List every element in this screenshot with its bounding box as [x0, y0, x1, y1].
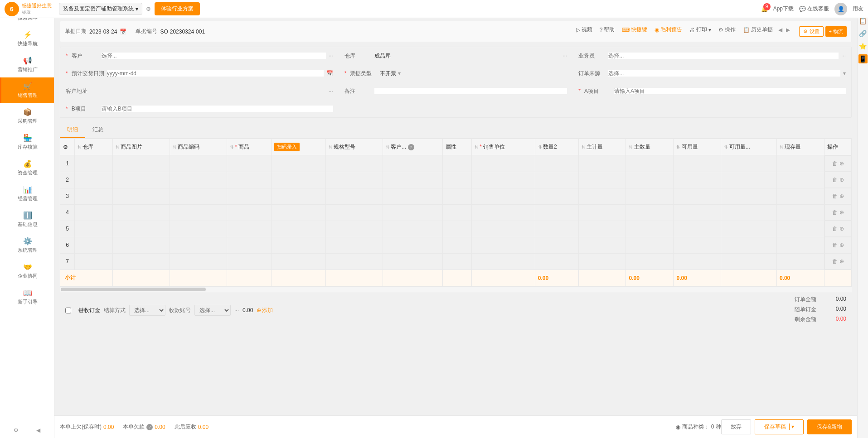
row-attribute[interactable] — [442, 221, 471, 237]
calendar-icon[interactable]: 📅 — [326, 70, 333, 77]
row-unit[interactable] — [471, 188, 535, 204]
sidebar-item-finance[interactable]: 💰 资金管理 — [0, 155, 54, 181]
tab-detail[interactable]: 明细 — [60, 122, 85, 138]
row-customer-code[interactable] — [383, 155, 442, 172]
history-btn[interactable]: 📋 历史单据 — [741, 25, 775, 34]
copy-icon[interactable]: ⊕ — [839, 258, 844, 265]
row-attribute[interactable] — [442, 253, 471, 270]
row-qty2[interactable] — [535, 237, 578, 253]
row-customer-code[interactable] — [383, 221, 442, 237]
row-unit[interactable] — [471, 155, 535, 172]
row-unit[interactable] — [471, 204, 535, 221]
a-project-input[interactable] — [614, 88, 846, 94]
row-product[interactable] — [227, 204, 271, 221]
sort-icon[interactable]: ⇅ — [230, 144, 233, 149]
row-main-unit[interactable] — [578, 188, 626, 204]
horizontal-scrollbar[interactable] — [60, 286, 852, 292]
invoice-select[interactable]: 不开票 ▾ — [380, 70, 567, 77]
right-btn-4[interactable]: ⭐ — [858, 42, 868, 51]
staff-dots[interactable]: ··· — [841, 53, 846, 59]
sidebar-item-purchase[interactable]: 📦 采购管理 — [0, 103, 54, 129]
sort-icon[interactable]: ⇅ — [538, 144, 542, 149]
scrollbar-thumb[interactable] — [61, 288, 206, 291]
one-click-checkbox-label[interactable]: 一键收订金 — [65, 307, 100, 314]
row-main-qty[interactable] — [626, 221, 674, 237]
remark-input[interactable] — [374, 88, 567, 94]
row-spec[interactable] — [325, 237, 383, 253]
row-customer-code[interactable] — [383, 237, 442, 253]
sort-icon[interactable]: ⇅ — [676, 144, 680, 149]
row-main-unit[interactable] — [578, 172, 626, 188]
row-code[interactable] — [170, 221, 227, 237]
payment-dots[interactable]: ··· — [234, 307, 239, 313]
row-warehouse[interactable] — [75, 221, 113, 237]
row-qty2[interactable] — [535, 188, 578, 204]
sidebar-item-guide[interactable]: 📖 新手引导 — [0, 284, 54, 310]
tab-summary[interactable]: 汇总 — [85, 122, 111, 138]
row-product[interactable] — [227, 237, 271, 253]
delete-icon[interactable]: 🗑 — [832, 242, 838, 248]
shortcut-btn[interactable]: ⌨ 快捷键 — [620, 25, 649, 34]
row-main-unit[interactable] — [578, 204, 626, 221]
delete-icon[interactable]: 🗑 — [832, 160, 838, 167]
info-icon[interactable]: ? — [146, 424, 153, 430]
row-unit[interactable] — [471, 172, 535, 188]
delivery-input[interactable] — [107, 70, 324, 77]
sidebar-item-inventory[interactable]: 🏪 库存核算 — [0, 129, 54, 155]
b-project-input[interactable] — [102, 106, 333, 112]
row-qty2[interactable] — [535, 221, 578, 237]
row-unit[interactable] — [471, 221, 535, 237]
row-main-unit[interactable] — [578, 155, 626, 172]
row-code[interactable] — [170, 253, 227, 270]
row-product[interactable] — [227, 188, 271, 204]
row-main-unit[interactable] — [578, 221, 626, 237]
nav-next-icon[interactable]: ▶ — [786, 27, 790, 33]
row-unit[interactable] — [471, 237, 535, 253]
copy-icon[interactable]: ⊕ — [839, 209, 844, 216]
sidebar-item-system[interactable]: ⚙️ 系统管理 — [0, 232, 54, 258]
row-warehouse[interactable] — [75, 172, 113, 188]
gear-icon[interactable]: ⚙ — [146, 6, 151, 12]
profit-btn[interactable]: ◉ 毛利预告 — [653, 25, 684, 34]
row-qty2[interactable] — [535, 172, 578, 188]
copy-icon[interactable]: ⊕ — [839, 193, 844, 199]
row-qty2[interactable] — [535, 204, 578, 221]
row-warehouse[interactable] — [75, 155, 113, 172]
sort-icon[interactable]: ⇅ — [78, 144, 81, 149]
row-main-qty[interactable] — [626, 204, 674, 221]
row-spec[interactable] — [325, 172, 383, 188]
row-warehouse[interactable] — [75, 204, 113, 221]
th-settings[interactable]: ⚙ — [60, 139, 75, 155]
settings-btn[interactable]: ⚙ 设置 — [799, 26, 823, 37]
add-payment-btn[interactable]: ⊕ 添加 — [257, 307, 273, 314]
abandon-btn[interactable]: 放弃 — [721, 419, 751, 434]
row-product[interactable] — [227, 155, 271, 172]
copy-icon[interactable]: ⊕ — [839, 177, 844, 183]
row-spec[interactable] — [325, 253, 383, 270]
row-code[interactable] — [170, 172, 227, 188]
sort-icon[interactable]: ⇅ — [629, 144, 632, 149]
row-code[interactable] — [170, 188, 227, 204]
sort-icon[interactable]: ⇅ — [386, 144, 389, 149]
add-material-btn[interactable]: + 物流 — [825, 26, 847, 37]
delete-icon[interactable]: 🗑 — [832, 258, 838, 265]
copy-icon[interactable]: ⊕ — [839, 242, 844, 248]
sidebar-item-marketing[interactable]: 📢 营销推广 — [0, 52, 54, 77]
customer-dots[interactable]: ··· — [329, 53, 333, 59]
row-attribute[interactable] — [442, 204, 471, 221]
sort-icon[interactable]: ⇅ — [724, 144, 727, 149]
sort-icon[interactable]: ⇅ — [173, 144, 176, 149]
row-customer-code[interactable] — [383, 204, 442, 221]
print-btn[interactable]: 🖨 打印 ▾ — [688, 25, 713, 34]
right-btn-3[interactable]: 🔗 — [858, 29, 868, 38]
sort-icon[interactable]: ⇅ — [116, 144, 119, 149]
row-customer-code[interactable] — [383, 253, 442, 270]
row-spec[interactable] — [325, 204, 383, 221]
row-attribute[interactable] — [442, 155, 471, 172]
row-warehouse[interactable] — [75, 188, 113, 204]
warehouse-dots[interactable]: ··· — [563, 53, 567, 59]
industry-btn[interactable]: 体验行业方案 — [155, 2, 200, 15]
row-attribute[interactable] — [442, 172, 471, 188]
customer-input[interactable] — [102, 53, 326, 59]
copy-icon[interactable]: ⊕ — [839, 226, 844, 232]
